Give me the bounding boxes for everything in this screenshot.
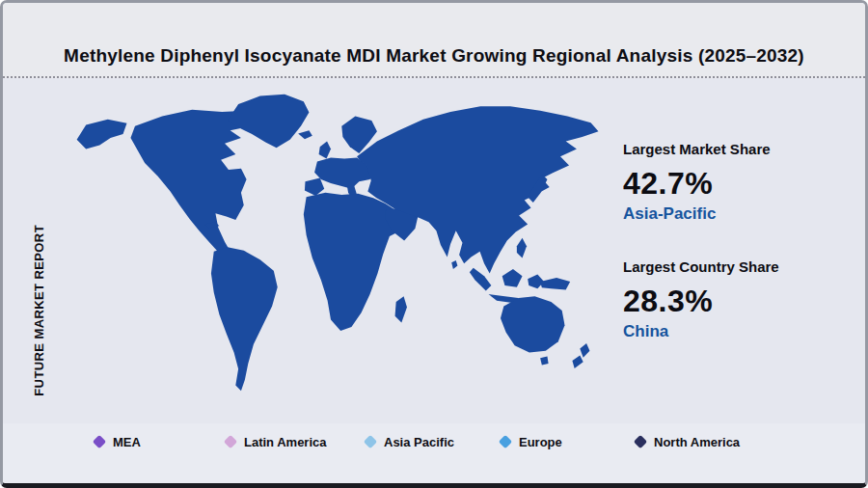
stat-largest-market-share: Largest Market Share 42.7% Asia-Pacific (623, 141, 771, 224)
legend-label: Europe (519, 435, 562, 449)
legend-dot-icon (224, 435, 237, 448)
stat-region: Asia-Pacific (623, 204, 771, 224)
legend-dot-icon (364, 435, 377, 448)
header: Methylene Diphenyl Isocyanate MDI Market… (3, 3, 865, 78)
stat-label: Largest Market Share (623, 141, 771, 157)
legend-item-asia-pacific: Asia Pacific (366, 434, 454, 449)
stat-region: China (623, 322, 779, 341)
map-landmass (77, 95, 599, 391)
footer-band (3, 423, 865, 483)
stat-largest-country-share: Largest Country Share 28.3% China (623, 258, 779, 341)
legend-item-north-america: North America (636, 434, 740, 449)
mdi-market-infographic: Methylene Diphenyl Isocyanate MDI Market… (0, 0, 868, 488)
legend-label: Latin America (244, 435, 327, 449)
legend-dot-icon (93, 435, 106, 448)
brand-vertical-label: FUTURE MARKET REPORT (32, 225, 46, 396)
stat-value: 28.3% (623, 284, 779, 319)
legend-item-latin-america: Latin America (226, 434, 327, 449)
legend-dot-icon (499, 435, 512, 448)
legend-label: MEA (113, 435, 141, 449)
legend-item-mea: MEA (95, 434, 141, 449)
legend-item-europe: Europe (501, 434, 562, 449)
legend-label: North America (654, 435, 740, 449)
legend-label: Asia Pacific (384, 435, 454, 449)
stat-label: Largest Country Share (623, 258, 779, 275)
page-title: Methylene Diphenyl Isocyanate MDI Market… (64, 45, 804, 67)
legend-dot-icon (634, 435, 647, 448)
stat-value: 42.7% (623, 166, 771, 202)
world-map (59, 88, 603, 410)
